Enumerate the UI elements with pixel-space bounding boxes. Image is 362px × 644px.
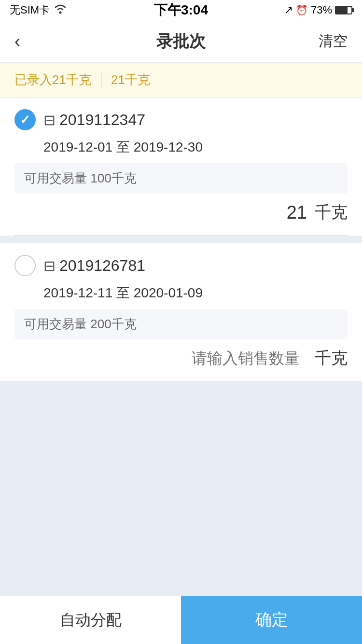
batch-2-unit: 千克 bbox=[315, 347, 348, 369]
batch-2-header: ⊟ 2019126781 bbox=[0, 243, 362, 281]
batch-1-icon: ⊟ bbox=[43, 112, 56, 128]
battery-percent: 73% bbox=[311, 4, 332, 16]
batch-1-quantity: 21 bbox=[287, 202, 307, 223]
already-recorded-label: 已录入21千克 bbox=[14, 71, 91, 88]
alarm-icon: ⏰ bbox=[296, 4, 308, 16]
time-display: 下午3:04 bbox=[154, 1, 208, 19]
batch-1-avail: 可用交易量 100千克 bbox=[14, 163, 348, 194]
wifi-icon bbox=[54, 3, 67, 17]
nav-bar: ‹ 录批次 清空 bbox=[0, 20, 362, 63]
batch-1-date: 2019-12-01 至 2019-12-30 bbox=[43, 138, 203, 156]
batch-1-avail-text: 可用交易量 100千克 bbox=[24, 171, 137, 185]
location-icon: ↗ bbox=[284, 4, 293, 16]
battery-icon bbox=[335, 6, 352, 14]
section-divider-2 bbox=[0, 381, 362, 389]
section-divider-1 bbox=[0, 236, 362, 243]
batch-2-radio[interactable] bbox=[14, 255, 36, 276]
batch-2-quantity-row[interactable]: 千克 bbox=[0, 339, 362, 381]
batch-1-unit: 千克 bbox=[315, 201, 348, 224]
batch-2-avail-text: 可用交易量 200千克 bbox=[24, 317, 137, 331]
batch-1-date-row: 2019-12-01 至 2019-12-30 bbox=[0, 135, 362, 159]
status-bar: 无SIM卡 下午3:04 ↗ ⏰ 73% bbox=[0, 0, 362, 20]
sim-text: 无SIM卡 bbox=[10, 3, 50, 17]
batch-2-quantity-input[interactable] bbox=[162, 350, 307, 367]
batch-1-id: 2019112347 bbox=[59, 111, 145, 129]
svg-point-0 bbox=[59, 12, 62, 14]
footer: 自动分配 确定 bbox=[0, 596, 362, 644]
confirm-button[interactable]: 确定 bbox=[181, 596, 362, 644]
status-left: 无SIM卡 bbox=[10, 3, 67, 17]
batch-item-2: ⊟ 2019126781 2019-12-11 至 2020-01-09 可用交… bbox=[0, 243, 362, 381]
info-divider bbox=[101, 73, 101, 87]
batch-2-id: 2019126781 bbox=[59, 257, 145, 275]
clear-button[interactable]: 清空 bbox=[319, 31, 348, 51]
batch-1-header: ⊟ 2019112347 bbox=[0, 98, 362, 135]
total-label: 21千克 bbox=[111, 71, 150, 88]
batch-item-1: ⊟ 2019112347 2019-12-01 至 2019-12-30 可用交… bbox=[0, 98, 362, 236]
batch-2-avail: 可用交易量 200千克 bbox=[14, 309, 348, 339]
batch-1-quantity-row: 21 千克 bbox=[0, 194, 362, 235]
batch-1-radio[interactable] bbox=[14, 109, 36, 130]
batch-1-id-row: ⊟ 2019112347 bbox=[43, 111, 145, 129]
info-banner: 已录入21千克 21千克 bbox=[0, 63, 362, 98]
auto-distribute-button[interactable]: 自动分配 bbox=[0, 596, 181, 644]
batch-2-id-row: ⊟ 2019126781 bbox=[43, 257, 145, 275]
batch-2-date: 2019-12-11 至 2020-01-09 bbox=[43, 284, 203, 302]
page-title: 录批次 bbox=[156, 30, 206, 53]
back-button[interactable]: ‹ bbox=[14, 33, 20, 50]
batch-2-date-row: 2019-12-11 至 2020-01-09 bbox=[0, 281, 362, 305]
status-right: ↗ ⏰ 73% bbox=[284, 4, 352, 16]
batch-2-icon: ⊟ bbox=[43, 257, 56, 274]
